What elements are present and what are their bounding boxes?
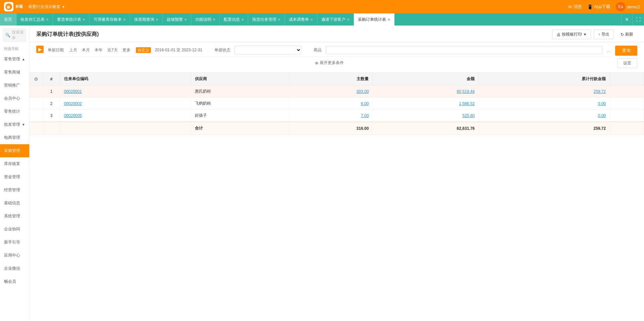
- status-select[interactable]: [234, 46, 302, 54]
- more-goods-icon[interactable]: …: [606, 47, 611, 53]
- tab-config-info[interactable]: 配置信息 ✕: [220, 13, 248, 25]
- row2-unit-code[interactable]: 00020002: [60, 98, 191, 110]
- tab-func-desc-close[interactable]: ✕: [213, 18, 215, 21]
- sidebar-item-ops[interactable]: 经营管理: [0, 183, 29, 197]
- shortcut-this-month[interactable]: 本月: [80, 47, 91, 53]
- sidebar-item-retail-mgmt[interactable]: 零售管理 ▲: [0, 53, 29, 66]
- row2-extra: [610, 98, 644, 110]
- chevron-down-icon-wholesale: ▼: [22, 123, 25, 126]
- message-label: 消息: [573, 4, 582, 10]
- row1-unit-code[interactable]: 00020001: [60, 86, 191, 98]
- footer-num: [43, 122, 60, 135]
- sidebar-item-wholesale-mgmt[interactable]: 批发管理 ▼: [0, 118, 29, 131]
- row3-quantity[interactable]: 7.00: [289, 110, 373, 122]
- user-area[interactable]: Ea demo2: [616, 2, 640, 11]
- toggle-filter-btn[interactable]: ▶: [36, 46, 44, 53]
- gear-icon[interactable]: ⚙: [34, 76, 38, 82]
- sidebar-item-retail-stats[interactable]: 零售统计: [0, 105, 29, 118]
- shortcut-more[interactable]: 更多: [121, 47, 132, 53]
- expand-more-btn[interactable]: ⊕ 展开更多条件: [312, 59, 346, 67]
- tab-func-desc[interactable]: 功能说明 ✕: [191, 13, 220, 25]
- tab-collect-dispatch-label: 收发存汇总表: [20, 17, 45, 22]
- sidebar-item-retail-mall-label: 零售商城: [4, 69, 20, 75]
- footer-label: 合计: [191, 122, 289, 135]
- print-button[interactable]: 🖨 按模板打印 ▼: [552, 30, 591, 39]
- sidebar-item-basic-info[interactable]: 基础信息: [0, 197, 29, 210]
- tab-expiry-query-close[interactable]: ✕: [156, 18, 158, 21]
- th-unit-code: 往来单位编码: [60, 73, 191, 86]
- download-icon: 📱: [587, 4, 593, 9]
- sidebar-item-enterprise-collab[interactable]: 企业协同: [0, 223, 29, 236]
- row3-unit-code[interactable]: 00020005: [60, 110, 191, 122]
- tab-goods-stats-close[interactable]: ✕: [83, 18, 85, 21]
- goods-input[interactable]: [326, 46, 602, 54]
- quick-nav-label: 快捷导航: [0, 45, 29, 53]
- message-icon: ✉: [568, 4, 572, 9]
- refresh-label: 刷新: [625, 32, 633, 37]
- tab-invite-downstream[interactable]: 邀请下游客户 ✕: [317, 13, 354, 25]
- tab-home[interactable]: 首页: [0, 13, 16, 25]
- sidebar-item-marketing[interactable]: 营销推广: [0, 79, 29, 92]
- row3-amount[interactable]: 525.80: [373, 110, 479, 122]
- sidebar-item-stock-check[interactable]: 库存核算: [0, 157, 29, 170]
- app-download-btn[interactable]: 📱 App下载: [587, 4, 610, 10]
- sidebar-item-vip[interactable]: 畅会员: [0, 275, 29, 288]
- tab-available-stock-close[interactable]: ✕: [123, 18, 126, 21]
- sidebar-item-ecommerce[interactable]: 电商管理: [0, 131, 29, 144]
- nav-fullscreen-btn[interactable]: ⛶: [632, 13, 644, 25]
- tab-pick-task[interactable]: 拣货任务管理 ✕: [248, 13, 285, 25]
- footer-unit-code: [60, 122, 191, 135]
- sidebar-item-finance[interactable]: 资金管理: [0, 170, 29, 183]
- export-button[interactable]: ↑ 导出: [594, 30, 614, 39]
- tab-cost-adjust[interactable]: 成本调整单 ✕: [285, 13, 317, 25]
- sidebar-item-sys-mgmt[interactable]: 系统管理: [0, 210, 29, 223]
- refresh-button[interactable]: ↻ 刷新: [616, 30, 637, 39]
- goods-filter-label: 商品: [314, 47, 322, 53]
- tab-expiry-query[interactable]: 保质期查询 ✕: [130, 13, 163, 25]
- sidebar-item-new-guide[interactable]: 新手引导: [0, 236, 29, 249]
- tab-cost-adjust-label: 成本调整单: [289, 17, 309, 22]
- nav-close-btn[interactable]: ✕: [621, 13, 632, 25]
- sidebar-item-app-center[interactable]: 应用中心: [0, 249, 29, 262]
- tab-purchase-stats-close[interactable]: ✕: [387, 18, 390, 21]
- row1-amount[interactable]: 60,519.44: [373, 86, 479, 98]
- export-icon: ↑: [598, 32, 600, 37]
- row3-paid-amount[interactable]: 0.00: [479, 110, 610, 122]
- row1-settings: [30, 86, 43, 98]
- tab-overstock[interactable]: 超储预警 ✕: [163, 13, 191, 25]
- query-actions: 查询 设置: [615, 46, 637, 68]
- tab-cost-adjust-close[interactable]: ✕: [310, 18, 313, 21]
- sidebar-item-enterprise-wechat[interactable]: 企业微信: [0, 262, 29, 275]
- shortcut-7days[interactable]: 近7天: [106, 47, 119, 53]
- shortcut-this-year[interactable]: 本年: [93, 47, 104, 53]
- row1-quantity[interactable]: 303.00: [289, 86, 373, 98]
- sidebar-item-purchase[interactable]: 采购管理: [0, 144, 29, 157]
- nav-end: ✕ ⛶: [621, 13, 644, 25]
- row1-paid-amount[interactable]: 259.72: [479, 86, 610, 98]
- tab-pick-task-close[interactable]: ✕: [278, 18, 280, 21]
- footer-paid-amount: 259.72: [479, 122, 610, 135]
- tab-collect-dispatch-close[interactable]: ✕: [46, 18, 49, 21]
- org-selector[interactable]: 母婴行业演示账套 ▼: [28, 4, 65, 10]
- sidebar-item-enterprise-collab-label: 企业协同: [4, 226, 20, 232]
- row2-amount[interactable]: 1,586.52: [373, 98, 479, 110]
- tab-overstock-close[interactable]: ✕: [184, 18, 187, 21]
- tab-collect-dispatch[interactable]: 收发存汇总表 ✕: [16, 13, 53, 25]
- print-icon: 🖨: [556, 32, 560, 37]
- sidebar-item-member-center[interactable]: 会员中心: [0, 92, 29, 105]
- tab-available-stock[interactable]: 可用量库存账本 ✕: [90, 13, 130, 25]
- tab-goods-stats[interactable]: 要货单统计表 ✕: [53, 13, 90, 25]
- row2-quantity[interactable]: 6.00: [289, 98, 373, 110]
- tab-purchase-stats[interactable]: 采购订单统计表 ✕: [354, 13, 394, 25]
- tab-invite-downstream-close[interactable]: ✕: [347, 18, 350, 21]
- tab-config-info-close[interactable]: ✕: [241, 18, 244, 21]
- message-btn[interactable]: ✉ 消息: [568, 4, 582, 10]
- search-bar[interactable]: 🔍 搜索菜单: [3, 28, 26, 42]
- sidebar-item-retail-mall[interactable]: 零售商城: [0, 66, 29, 79]
- query-button[interactable]: 查询: [615, 46, 637, 56]
- top-bar: 畅 标题 母婴行业演示账套 ▼ ✉ 消息 📱 App下载 Ea demo2: [0, 0, 644, 13]
- shortcut-last-month[interactable]: 上月: [68, 47, 78, 53]
- row2-paid-amount[interactable]: 0.00: [479, 98, 610, 110]
- th-settings[interactable]: ⚙: [30, 73, 43, 86]
- settings-button[interactable]: 设置: [617, 58, 637, 68]
